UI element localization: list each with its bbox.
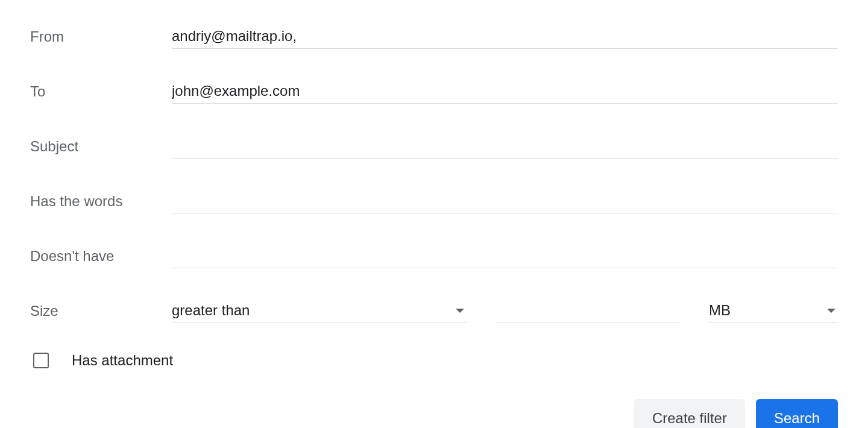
has-words-row: Has the words xyxy=(30,189,838,213)
from-input[interactable] xyxy=(172,24,838,49)
create-filter-button[interactable]: Create filter xyxy=(634,399,745,428)
has-words-label: Has the words xyxy=(30,193,172,210)
chevron-down-icon xyxy=(456,309,464,313)
has-attachment-label: Has attachment xyxy=(72,352,173,369)
subject-row: Subject xyxy=(30,134,838,159)
size-compare-value: greater than xyxy=(172,302,250,319)
to-input[interactable] xyxy=(172,79,838,104)
size-label: Size xyxy=(30,303,172,319)
subject-input[interactable] xyxy=(172,134,838,159)
size-unit-value: MB xyxy=(709,302,731,319)
size-unit-dropdown[interactable]: MB xyxy=(709,298,838,323)
doesnt-have-row: Doesn't have xyxy=(30,244,838,268)
size-value-input[interactable] xyxy=(495,298,680,323)
has-words-input[interactable] xyxy=(172,189,838,213)
search-button[interactable]: Search xyxy=(756,399,838,428)
has-attachment-checkbox[interactable] xyxy=(33,353,49,368)
from-row: From xyxy=(30,24,838,49)
size-row: Size greater than MB xyxy=(30,298,838,323)
size-compare-dropdown[interactable]: greater than xyxy=(172,298,467,323)
subject-label: Subject xyxy=(30,138,172,155)
to-label: To xyxy=(30,83,172,100)
action-buttons: Create filter Search xyxy=(30,399,838,428)
chevron-down-icon xyxy=(827,309,835,313)
has-attachment-row: Has attachment xyxy=(33,352,838,369)
doesnt-have-label: Doesn't have xyxy=(30,248,172,265)
from-label: From xyxy=(30,28,172,45)
to-row: To xyxy=(30,79,838,104)
doesnt-have-input[interactable] xyxy=(172,244,838,268)
